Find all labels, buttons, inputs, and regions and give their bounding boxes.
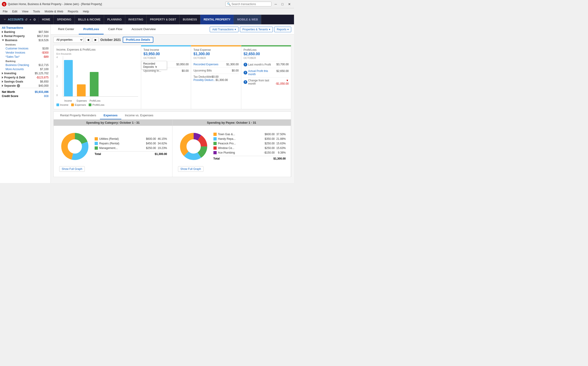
repairs-pct: 34.62% xyxy=(158,142,167,145)
prev-month-button[interactable]: ◀ xyxy=(85,37,91,42)
nav-tab-investing[interactable]: INVESTING xyxy=(125,15,147,24)
add-transactions-button[interactable]: Add Transactions ▾ xyxy=(210,27,238,32)
expense-row3: Tax Deductible $0.00 Possibly Deduct... … xyxy=(193,74,238,83)
rental-amount: $817,910 xyxy=(37,34,48,38)
income-panel: Total Income $3,950.00 OCTOBER Recorded … xyxy=(141,45,191,109)
close-button[interactable]: ✕ xyxy=(287,2,292,7)
tab-cash-flow[interactable]: Cash Flow xyxy=(103,24,127,34)
menu-reports[interactable]: Reports xyxy=(67,9,79,14)
recorded-expenses-amount: $1,300.00 xyxy=(226,63,238,66)
category-show-full-button[interactable]: Show Full Graph xyxy=(59,166,85,172)
payee-legend-handy: Handy Repa... $350.00 21.88% xyxy=(214,137,286,141)
peacock-color xyxy=(214,142,217,145)
sub-nav: Rent Center Profit/Loss Cash Flow Accoun… xyxy=(51,24,294,34)
separate-expand-icon xyxy=(2,85,3,87)
nav-tab-property-debt[interactable]: PROPERTY & DEBT xyxy=(147,15,180,24)
utilities-color xyxy=(95,137,98,140)
tooltip-text: Recorded Deposits xyxy=(143,62,155,69)
nav-tab-bills-income[interactable]: BILLS & INCOME xyxy=(75,15,104,24)
search-input[interactable] xyxy=(232,2,269,6)
category-legend-utilities: Utilities (Rental) $600.00 46.15% xyxy=(95,137,167,141)
profit-row1: ? Last month's Profit $3,700.00 xyxy=(244,61,289,68)
tab-rent-center[interactable]: Rent Center xyxy=(53,24,79,34)
invoices-group-label: Invoices xyxy=(4,42,50,46)
nav-tab-home[interactable]: HOME xyxy=(39,15,54,24)
tab-rental-reminders[interactable]: Rental Property Reminders xyxy=(56,112,100,119)
income-row1: Recorded Deposits 🖱 Recorded Deposits $3… xyxy=(143,61,189,68)
last-month-profit-amount: $3,700.00 xyxy=(277,63,289,66)
income-panel-label: Total Income xyxy=(143,48,189,52)
menu-tools[interactable]: Tools xyxy=(32,9,41,14)
payee-donut-svg xyxy=(177,130,210,162)
upcoming-income-amount: $0.00 xyxy=(182,69,189,72)
menu-help[interactable]: Help xyxy=(82,9,90,14)
tab-expenses[interactable]: Expenses xyxy=(100,112,121,119)
window-amount: $250.00 xyxy=(262,146,275,150)
recorded-expenses-label[interactable]: Recorded Expenses xyxy=(193,63,226,66)
handy-amount: $350.00 xyxy=(262,137,275,140)
refresh-icon[interactable]: ↺ xyxy=(24,17,28,22)
sidebar-item-savings[interactable]: Savings Goals $6,650 xyxy=(0,80,50,84)
all-transactions-link[interactable]: All Transactions xyxy=(0,26,50,30)
properties-tenants-button[interactable]: Properties & Tenants ▾ xyxy=(240,27,273,32)
nav-tab-mobile-web[interactable]: MOBILE & WEB xyxy=(234,15,261,24)
sidebar-item-sales-tax[interactable]: *Sales Tax* -$89 xyxy=(4,55,50,59)
minimize-button[interactable]: ─ xyxy=(273,2,278,7)
possibly-deduct-amount: $1,300.00 xyxy=(215,78,228,82)
next-month-button[interactable]: ▶ xyxy=(93,37,99,42)
sidebar-item-banking[interactable]: Banking $87,584 xyxy=(0,30,50,34)
bar-group-income xyxy=(64,60,73,96)
investing-expand-icon xyxy=(2,72,3,75)
maximize-button[interactable]: □ xyxy=(280,2,285,7)
bar-chart: 4 3 2 1 0 xyxy=(56,56,138,102)
credit-score-row: Credit Score 808 xyxy=(2,94,48,98)
payee-show-full-button[interactable]: Show Full Graph xyxy=(178,166,204,172)
nav-tab-rental-property[interactable]: RENTAL PROPERTY xyxy=(200,15,234,24)
bottom-section: Rental Property Reminders Expenses Incom… xyxy=(53,112,291,177)
main-nav-tabs: HOME SPENDING BILLS & INCOME PLANNING IN… xyxy=(39,15,292,24)
cursor-icon: 🖱 xyxy=(155,65,158,69)
chart-area: Income, Expenses & Profit/Loss $ in thou… xyxy=(54,45,141,109)
property-select[interactable]: All properties xyxy=(53,37,83,43)
property-amount: -$123,875 xyxy=(36,76,48,79)
sidebar-item-customer-invoices[interactable]: Customer Invoices $100 xyxy=(4,46,50,51)
tab-income-vs-expenses[interactable]: Income vs. Expenses xyxy=(121,112,157,119)
ace-color xyxy=(214,151,217,154)
menu-edit[interactable]: Edit xyxy=(11,9,18,14)
sidebar-item-property-debt[interactable]: Property & Debt -$123,875 xyxy=(0,76,50,80)
accounts-label[interactable]: ACCOUNTS xyxy=(8,18,24,21)
properties-tenants-label: Properties & Tenants xyxy=(242,28,268,31)
menu-mobile-web[interactable]: Mobile & Web xyxy=(44,9,64,14)
savings-amount: $6,650 xyxy=(40,80,48,83)
reports-button[interactable]: Reports ▾ xyxy=(274,27,291,32)
nav-tab-spending[interactable]: SPENDING xyxy=(54,15,75,24)
repairs-amount: $450.00 xyxy=(143,142,156,145)
sidebar-item-business-checking[interactable]: Business Checking $12,715 xyxy=(4,63,50,67)
rental-label: Rental Property xyxy=(4,34,25,38)
sidebar-item-rental[interactable]: Rental Property $817,910 xyxy=(0,34,50,38)
menu-view[interactable]: View xyxy=(21,9,29,14)
sidebar-item-business[interactable]: Business $19,526 xyxy=(0,38,50,42)
accounts-expand-icon[interactable] xyxy=(4,19,6,20)
nav-tab-planning[interactable]: PLANNING xyxy=(104,15,125,24)
sidebar-item-separate[interactable]: Separate i $40,000 xyxy=(0,84,50,88)
menu-file[interactable]: File xyxy=(2,9,8,14)
tab-account-overview[interactable]: Account Overview xyxy=(127,24,160,34)
nav-tab-business[interactable]: BUSINESS xyxy=(180,15,200,24)
profit-row3: ? Change from last month ▼ -$1,050.00 xyxy=(244,77,289,87)
bar-profit xyxy=(90,72,99,96)
peacock-amount: $250.00 xyxy=(262,142,275,145)
sidebar-item-vendor-invoices[interactable]: Vendor Invoices -$300 xyxy=(4,51,50,55)
profit-loss-details-button[interactable]: Profit/Loss Details xyxy=(123,37,153,43)
credit-score-value: 808 xyxy=(44,94,48,98)
possibly-deduct-label[interactable]: Possibly Deduct... xyxy=(193,78,215,82)
handy-label: Handy Repa... xyxy=(218,137,261,140)
income-panel-month: OCTOBER xyxy=(143,57,189,59)
add-account-icon[interactable]: + xyxy=(29,17,32,22)
sidebar-item-more-accounts[interactable]: More Accounts $7,100 xyxy=(4,67,50,71)
town-gas-color xyxy=(214,133,217,136)
actual-profit-label[interactable]: Actual Profit this month xyxy=(248,69,277,76)
settings-icon[interactable]: ⚙ xyxy=(33,17,37,22)
sidebar-item-investing[interactable]: Investing $5,125,702 xyxy=(0,71,50,76)
tab-profit-loss[interactable]: Profit/Loss xyxy=(79,24,103,34)
